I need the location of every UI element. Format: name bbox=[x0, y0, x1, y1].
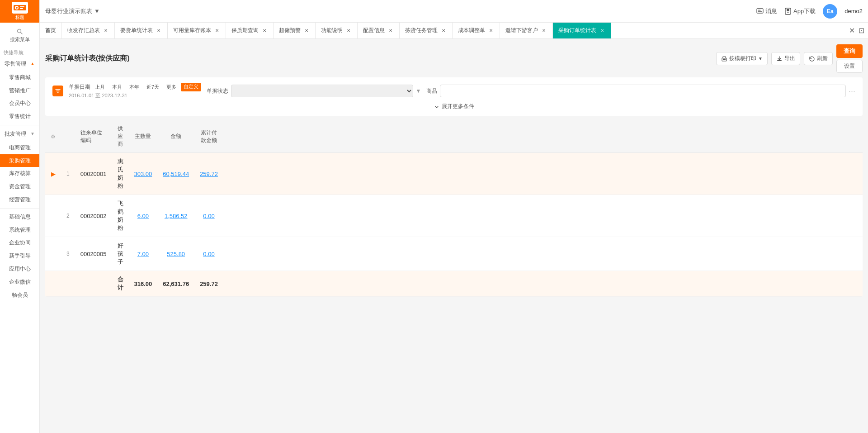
sidebar-item-batch-mgmt[interactable]: 批发管理 ▼ bbox=[0, 127, 39, 141]
column-settings-icon[interactable]: ⚙ bbox=[51, 133, 56, 140]
goods-input[interactable] bbox=[440, 85, 846, 97]
row-amount[interactable]: 60,519.44 bbox=[157, 153, 194, 195]
row-paid-amount[interactable]: 259.72 bbox=[194, 153, 223, 195]
tab-config-info[interactable]: 配置信息 ✕ bbox=[358, 23, 400, 39]
tab-close-icon[interactable]: ✕ bbox=[488, 28, 494, 34]
date-btn-last-7-days[interactable]: 近7天 bbox=[144, 83, 162, 91]
avatar[interactable]: Ea bbox=[823, 4, 837, 19]
row-main-qty[interactable]: 303.00 bbox=[129, 153, 158, 195]
app-download-button[interactable]: App下载 bbox=[784, 7, 816, 15]
row-amount[interactable]: 1,586.52 bbox=[157, 195, 194, 237]
sidebar-item-purchase-mgmt[interactable]: 采购管理 bbox=[0, 154, 39, 167]
row-expand[interactable]: ▶ bbox=[45, 153, 61, 195]
tab-close-icon[interactable]: ✕ bbox=[261, 28, 268, 34]
sidebar-item-member-center[interactable]: 会员中心 bbox=[0, 97, 39, 110]
sidebar-item-retail-stats[interactable]: 零售统计 bbox=[0, 110, 39, 123]
tab-cost-adjust[interactable]: 成本调整单 ✕ bbox=[453, 23, 500, 39]
sidebar-item-inventory[interactable]: 库存核算 bbox=[0, 167, 39, 180]
tab-close-icon[interactable]: ✕ bbox=[345, 28, 352, 34]
tab-close-icon[interactable]: ✕ bbox=[387, 28, 394, 34]
th-main-qty: 主数量 bbox=[129, 120, 158, 153]
sidebar-item-sys-mgmt[interactable]: 系统管理 bbox=[0, 224, 39, 237]
topbar: 母婴行业演示账表 ▼ 消息 App下载 Ea demo2 bbox=[40, 0, 868, 23]
tab-purchase-order-stats[interactable]: 采购订单统计表 ✕ bbox=[553, 23, 611, 39]
tabs-bar: 首页 收发存汇总表 ✕ 要货单统计表 ✕ 可用量库存账本 ✕ 保质期查询 ✕ 超… bbox=[40, 23, 868, 39]
tab-order-stats[interactable]: 要货单统计表 ✕ bbox=[115, 23, 168, 39]
quick-nav-label: 快捷导航 bbox=[0, 47, 39, 57]
query-button[interactable]: 查询 bbox=[836, 44, 863, 58]
sidebar-item-label: 零售管理 bbox=[5, 60, 26, 68]
search-menu-button[interactable]: 搜索菜单 bbox=[3, 26, 37, 45]
tab-close-icon[interactable]: ✕ bbox=[440, 28, 447, 34]
refresh-button[interactable]: 刷新 bbox=[804, 52, 833, 65]
row-index: 2 bbox=[61, 195, 75, 237]
row-paid-amount[interactable]: 0.00 bbox=[194, 195, 223, 237]
chevron-down-icon: ▼ bbox=[30, 131, 35, 137]
sidebar-item-label: 营销推广 bbox=[9, 87, 31, 95]
sidebar-item-corp-collab[interactable]: 企业协同 bbox=[0, 236, 39, 249]
settings-button[interactable]: 设置 bbox=[836, 60, 863, 73]
row-amount[interactable]: 525.80 bbox=[157, 237, 194, 271]
tab-overstock-warning[interactable]: 超储预警 ✕ bbox=[274, 23, 316, 39]
date-btn-this-month[interactable]: 本月 bbox=[109, 83, 125, 91]
tab-close-icon[interactable]: ✕ bbox=[103, 28, 109, 34]
sidebar-item-finance[interactable]: 资金管理 bbox=[0, 180, 39, 193]
expand-more-button[interactable]: 展开更多条件 bbox=[434, 103, 474, 110]
row-expand-icon[interactable]: ▶ bbox=[51, 171, 56, 177]
app-download-label: App下载 bbox=[793, 7, 816, 15]
date-btn-last-month[interactable]: 上月 bbox=[92, 83, 108, 91]
sidebar-item-marketing[interactable]: 营销推广 bbox=[0, 84, 39, 97]
export-button[interactable]: 导出 bbox=[771, 52, 800, 65]
filter-toggle-button[interactable] bbox=[52, 86, 63, 96]
tab-home[interactable]: 首页 bbox=[40, 23, 62, 39]
row-paid-amount[interactable]: 0.00 bbox=[194, 237, 223, 271]
date-custom-badge[interactable]: 自定义 bbox=[181, 83, 201, 91]
tab-shelf-life[interactable]: 保质期查询 ✕ bbox=[226, 23, 274, 39]
date-btn-this-year[interactable]: 本年 bbox=[127, 83, 142, 91]
tab-close-icon[interactable]: ✕ bbox=[214, 28, 220, 34]
status-select[interactable] bbox=[231, 85, 413, 97]
row-index: 3 bbox=[61, 237, 75, 271]
tab-close-icon[interactable]: ✕ bbox=[541, 28, 547, 34]
tab-available-stock[interactable]: 可用量库存账本 ✕ bbox=[168, 23, 226, 39]
goods-input-more-icon[interactable]: ··· bbox=[849, 86, 855, 96]
row-unit-code: 00020005 bbox=[75, 237, 112, 271]
filter-date-group: 单据日期 上月 本月 本年 近7天 更多 自定义 2016-01-01 至 20… bbox=[69, 83, 201, 99]
sidebar-item-retail-mall[interactable]: 零售商城 bbox=[0, 71, 39, 84]
date-btn-more[interactable]: 更多 bbox=[164, 83, 179, 91]
row-main-qty[interactable]: 7.00 bbox=[129, 237, 158, 271]
tab-close-icon[interactable]: ✕ bbox=[599, 28, 605, 34]
sidebar-item-vip[interactable]: 畅会员 bbox=[0, 289, 39, 302]
sidebar-item-new-guide[interactable]: 新手引导 bbox=[0, 249, 39, 262]
row-main-qty[interactable]: 6.00 bbox=[129, 195, 158, 237]
tab-function-desc[interactable]: 功能说明 ✕ bbox=[316, 23, 358, 39]
tab-close-icon[interactable]: ✕ bbox=[156, 28, 162, 34]
sidebar-item-basic-info[interactable]: 基础信息 bbox=[0, 210, 39, 224]
close-tab-button[interactable]: ✕ bbox=[849, 27, 855, 34]
chevron-up-icon: ▲ bbox=[30, 61, 35, 67]
tab-label: 拣货任务管理 bbox=[405, 27, 438, 34]
table-footer: 合计 316.00 62,631.76 259.72 bbox=[45, 271, 863, 297]
tab-invite-downstream[interactable]: 邀请下游客户 ✕ bbox=[500, 23, 553, 39]
sidebar-item-ecommerce[interactable]: 电商管理 bbox=[0, 141, 39, 154]
th-index bbox=[61, 120, 75, 153]
maximize-button[interactable]: ⊡ bbox=[859, 27, 864, 34]
svg-rect-14 bbox=[777, 60, 782, 61]
tab-close-icon[interactable]: ✕ bbox=[303, 28, 310, 34]
logo-icon bbox=[12, 2, 28, 14]
message-button[interactable]: 消息 bbox=[756, 7, 777, 15]
sidebar-item-ops-mgmt[interactable]: 经营管理 bbox=[0, 193, 39, 206]
logo-text: 标题 bbox=[15, 14, 24, 21]
page-header: 采购订单统计表(按供应商) 按模板打印 ▼ 导出 刷新 查询 bbox=[45, 44, 863, 73]
goods-label: 商品 bbox=[426, 87, 437, 95]
tab-picking-task[interactable]: 拣货任务管理 ✕ bbox=[400, 23, 453, 39]
footer-empty-1 bbox=[45, 271, 61, 297]
account-dropdown[interactable]: 母婴行业演示账表 ▼ bbox=[45, 7, 100, 15]
tab-collection-summary[interactable]: 收发存汇总表 ✕ bbox=[62, 23, 115, 39]
print-button[interactable]: 按模板打印 ▼ bbox=[716, 52, 768, 65]
sidebar-item-corp-wechat[interactable]: 企业微信 bbox=[0, 276, 39, 289]
sidebar-item-retail-mgmt[interactable]: 零售管理 ▲ bbox=[0, 57, 39, 71]
sidebar-item-app-center[interactable]: 应用中心 bbox=[0, 262, 39, 276]
export-label: 导出 bbox=[784, 55, 795, 62]
topbar-right: 消息 App下载 Ea demo2 bbox=[756, 4, 863, 19]
